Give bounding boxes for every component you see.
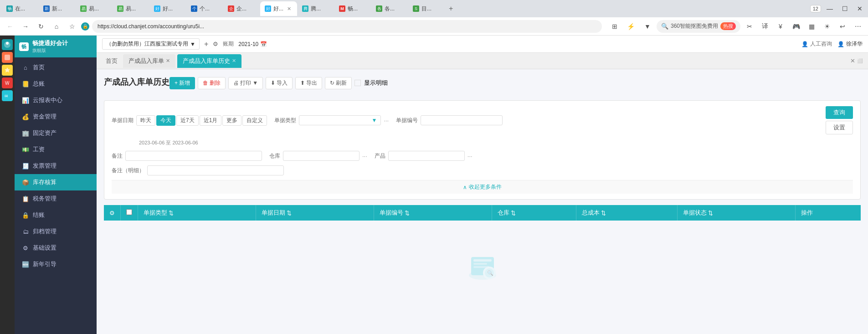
- tab-12[interactable]: S 目...: [408, 1, 445, 16]
- user-avatar[interactable]: 👤 徐泽华: [837, 40, 863, 48]
- sidebar-item-cloud-report[interactable]: 📊 云报表中心: [15, 92, 97, 108]
- detail-remark-input[interactable]: [147, 165, 284, 175]
- sidebar-item-inventory[interactable]: 📦 库存核算: [15, 174, 97, 190]
- sidebar-item-guide[interactable]: 🆕 新年引导: [15, 256, 97, 272]
- panel-close-icon[interactable]: ✕: [850, 57, 855, 64]
- tab-4[interactable]: 易 易...: [113, 1, 149, 16]
- tab-2[interactable]: 新 新...: [39, 1, 75, 16]
- home-nav-button[interactable]: ⌂: [50, 20, 63, 33]
- sidebar-item-tax[interactable]: 📋 税务管理: [15, 190, 97, 207]
- tab-10[interactable]: M 畅...: [334, 1, 371, 16]
- tab-7[interactable]: 企 企...: [223, 1, 260, 16]
- number-filter-input[interactable]: [421, 115, 503, 125]
- minimize-button[interactable]: —: [823, 4, 837, 13]
- th-number[interactable]: 单据编号 ⇅: [374, 205, 492, 221]
- more-icon[interactable]: ⋯: [852, 20, 864, 33]
- warehouse-filter-input[interactable]: [283, 151, 360, 161]
- date-btn-today[interactable]: 今天: [156, 115, 175, 126]
- lightning-icon[interactable]: ⚡: [625, 20, 637, 33]
- product-dots[interactable]: ···: [467, 153, 473, 159]
- panel-expand-icon[interactable]: ⬜: [857, 58, 863, 63]
- tab-6[interactable]: 个 个...: [186, 1, 223, 16]
- calendar-icon[interactable]: 📅: [260, 41, 267, 47]
- delete-button[interactable]: 🗑 删除: [198, 77, 226, 89]
- user-service-button[interactable]: 👤 人工咨询: [801, 40, 832, 48]
- th-cost[interactable]: 总成本 ⇅: [576, 205, 677, 221]
- th-type[interactable]: 单据类型 ⇅: [138, 205, 256, 221]
- tab-purchase-history-close[interactable]: ✕: [232, 58, 236, 64]
- app-icon-5[interactable]: ✉: [2, 90, 13, 101]
- app-icon-4[interactable]: W: [2, 77, 13, 88]
- settings-gear-icon[interactable]: ⚙: [213, 41, 218, 47]
- show-detail-checkbox[interactable]: [354, 80, 361, 86]
- th-checkbox[interactable]: [121, 205, 138, 221]
- tab-8-active[interactable]: 好 好... ✕: [260, 1, 297, 16]
- layout-icon[interactable]: ▦: [805, 20, 818, 33]
- scissors-icon[interactable]: ✂: [743, 20, 756, 33]
- app-icon-main[interactable]: [2, 39, 13, 50]
- th-warehouse[interactable]: 仓库 ⇅: [492, 205, 576, 221]
- type-filter-select[interactable]: ▼: [299, 115, 381, 125]
- sidebar-item-archive[interactable]: 🗂 归档管理: [15, 223, 97, 240]
- collapse-button[interactable]: ∧ 收起更多条件: [463, 183, 502, 191]
- tab-9[interactable]: 腾 腾...: [298, 1, 334, 16]
- import-button[interactable]: ⬇ 导入: [266, 77, 293, 89]
- currency-icon[interactable]: ¥: [774, 20, 787, 33]
- breadcrumb-home[interactable]: 首页: [102, 57, 121, 65]
- sidebar-item-close-account[interactable]: 🔒 结账: [15, 207, 97, 223]
- app-icon-2[interactable]: [2, 52, 13, 63]
- undo-icon[interactable]: ↩: [836, 20, 849, 33]
- tab-count[interactable]: 12: [810, 5, 821, 12]
- dropdown-icon[interactable]: ▼: [641, 20, 654, 33]
- maximize-button[interactable]: ☐: [838, 4, 852, 13]
- select-all-checkbox[interactable]: [126, 209, 132, 215]
- date-btn-yesterday[interactable]: 昨天: [136, 115, 155, 126]
- sidebar-item-asset[interactable]: 🏢 固定资产: [15, 125, 97, 141]
- game-icon[interactable]: 🎮: [790, 20, 802, 33]
- tab-1[interactable]: 畅 在...: [2, 1, 38, 16]
- type-dots[interactable]: ···: [384, 117, 389, 124]
- address-input[interactable]: [92, 20, 602, 33]
- date-btn-custom[interactable]: 自定义: [242, 115, 267, 126]
- date-btn-1month[interactable]: 近1月: [200, 115, 222, 126]
- tab-3[interactable]: 易 易...: [76, 1, 112, 16]
- refresh-button[interactable]: ↻: [35, 20, 47, 33]
- sidebar-item-ledger[interactable]: 📒 总账: [15, 76, 97, 92]
- sidebar-item-wage[interactable]: 💵 工资: [15, 141, 97, 158]
- remark-filter-input[interactable]: [125, 151, 262, 161]
- app-icon-3[interactable]: [2, 65, 13, 76]
- tab-5[interactable]: 好 好...: [149, 1, 186, 16]
- th-gear[interactable]: ⚙: [104, 205, 121, 221]
- th-status[interactable]: 单据状态 ⇅: [677, 205, 795, 221]
- refresh-button-action[interactable]: ↻ 刷新: [325, 77, 352, 89]
- new-tab-button[interactable]: +: [445, 3, 457, 15]
- tab-8-close[interactable]: ✕: [286, 5, 293, 12]
- sidebar-item-fund[interactable]: 💰 资金管理: [15, 108, 97, 125]
- bookmark-button[interactable]: ☆: [66, 20, 78, 33]
- forward-button[interactable]: →: [19, 20, 32, 33]
- back-button[interactable]: ←: [4, 20, 16, 33]
- query-button[interactable]: 查询: [826, 106, 853, 119]
- warehouse-dots[interactable]: ···: [362, 153, 367, 159]
- add-company-button[interactable]: +: [204, 40, 208, 48]
- close-button[interactable]: ✕: [853, 4, 866, 13]
- tab-purchase-list-close[interactable]: ✕: [166, 58, 170, 64]
- add-button[interactable]: + 新增: [169, 77, 195, 89]
- date-btn-more[interactable]: 更多: [222, 115, 241, 126]
- tab-purchase-list[interactable]: 产成品入库单 ✕: [123, 54, 175, 68]
- company-selector[interactable]: （勿删勿禁用）江西服宝测试专用 ▼: [102, 38, 200, 50]
- export-button[interactable]: ⬆ 导出: [295, 77, 322, 89]
- tab-purchase-history[interactable]: 产成品入库单历史 ✕: [177, 54, 241, 68]
- extensions-icon[interactable]: ⊞: [608, 20, 621, 33]
- filter-settings-button[interactable]: 设置: [826, 121, 853, 134]
- sidebar-item-invoice[interactable]: 🧾 发票管理: [15, 158, 97, 174]
- tab-11[interactable]: 各 各...: [371, 1, 408, 16]
- sun-icon[interactable]: ☀: [821, 20, 833, 33]
- date-btn-7days[interactable]: 近7天: [176, 115, 199, 126]
- print-button[interactable]: 🖨 打印 ▼: [228, 77, 263, 89]
- sidebar-item-settings[interactable]: ⚙ 基础设置: [15, 240, 97, 256]
- translate-icon[interactable]: 译: [759, 20, 771, 33]
- product-filter-input[interactable]: [388, 151, 465, 161]
- th-date[interactable]: 单据日期 ⇅: [256, 205, 374, 221]
- sidebar-item-home[interactable]: ⌂ 首页: [15, 59, 97, 76]
